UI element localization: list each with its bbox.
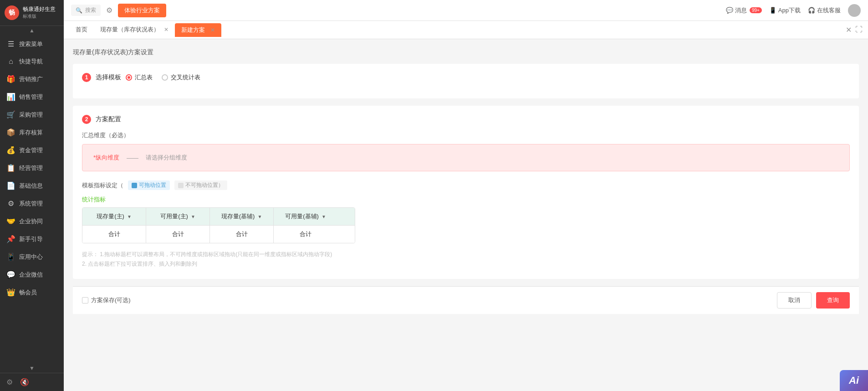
content-area: 现存量(库存状况表)方案设置 1 选择模板 汇总表 交叉统计表 (64, 39, 868, 391)
sidebar: 畅 畅康通好生意 标准版 ▲ ☰搜索菜单⌂快捷导航🎁营销推广📊销售管理🛒采购管理… (0, 0, 64, 391)
stats-table-header: 现存量(主)▼可用量(主)▼现存量(基辅)▼可用量(基辅)▼ (82, 208, 355, 225)
sidebar-label-corp-coop: 企业协同 (19, 217, 43, 226)
radio-summary-dot (126, 74, 132, 81)
radio-cross-dot (162, 74, 168, 81)
dimension-box[interactable]: *纵向维度 —— 请选择分组维度 (82, 144, 850, 171)
scroll-down-icon[interactable]: ▼ (0, 364, 64, 373)
save-checkbox-box[interactable] (82, 297, 88, 304)
sidebar-item-marketing[interactable]: 🎁营销推广 (0, 70, 64, 88)
query-button[interactable]: 查询 (816, 292, 850, 309)
stats-col-col1[interactable]: 现存量(主)▼ (82, 208, 146, 225)
tips-section: 提示： 1.拖动标题栏可以调整布局，不可跨维度或指标区域拖动(只能在同一维度或指… (82, 251, 850, 268)
sidebar-item-corp-coop[interactable]: 🤝企业协同 (0, 212, 64, 230)
service-icon: 🎧 (808, 7, 815, 14)
sidebar-label-system: 系统管理 (19, 200, 43, 208)
step2-header: 2 方案配置 (82, 115, 850, 124)
sidebar-label-app-center: 应用中心 (19, 253, 43, 261)
sidebar-icon-app-center: 📱 (6, 252, 15, 261)
close-window-icon[interactable]: ✕ (846, 26, 852, 34)
stats-table-row: 合计合计合计合计 (82, 225, 355, 243)
tab-inventory-status[interactable]: 现存量（库存状况表） ✕ (94, 22, 175, 38)
step2-card: 2 方案配置 汇总维度（必选） *纵向维度 —— 请选择分组维度 模板指标设定（… (73, 106, 859, 279)
ai-badge[interactable]: Ai (840, 370, 868, 391)
tab-new-plan[interactable]: 新建方案 ✕ (175, 23, 221, 37)
sidebar-item-inventory[interactable]: 📦库存核算 (0, 123, 64, 141)
non-draggable-badge: 不可拖动位置） (174, 180, 227, 190)
save-checkbox[interactable]: 方案保存(可选) (82, 296, 131, 304)
sidebar-item-operations[interactable]: 📋经营管理 (0, 159, 64, 177)
radio-cross[interactable]: 交叉统计表 (162, 73, 200, 82)
sidebar-icon-quick-nav: ⌂ (6, 57, 15, 66)
col-label-col4: 可用量(基辅) (285, 212, 319, 221)
expand-icon[interactable]: ⛶ (855, 26, 863, 34)
app-download-button[interactable]: 📱 App下载 (769, 6, 801, 15)
tab-new-plan-close-icon[interactable]: ✕ (210, 27, 215, 33)
cancel-button[interactable]: 取消 (777, 292, 812, 309)
stats-table: 现存量(主)▼可用量(主)▼现存量(基辅)▼可用量(基辅)▼ 合计合计合计合计 (82, 207, 355, 243)
sidebar-item-basic-info[interactable]: 📄基础信息 (0, 177, 64, 195)
sidebar-label-quick-nav: 快捷导航 (19, 57, 43, 66)
dimension-required-mark: *纵向维度 (93, 154, 119, 162)
col-chevron-col3[interactable]: ▼ (257, 214, 262, 219)
user-avatar[interactable] (848, 4, 861, 17)
sidebar-item-sales[interactable]: 📊销售管理 (0, 88, 64, 106)
settings-icon[interactable]: ⚙ (6, 378, 13, 386)
online-service-button[interactable]: 🎧 在线客服 (808, 6, 841, 15)
col-chevron-col2[interactable]: ▼ (191, 214, 195, 219)
sidebar-item-app-center[interactable]: 📱应用中心 (0, 248, 64, 266)
sidebar-icon-purchase: 🛒 (6, 110, 15, 119)
sidebar-item-vip[interactable]: 👑畅会员 (0, 283, 64, 301)
gear-icon[interactable]: ⚙ (106, 6, 112, 15)
sidebar-icon-corp-coop: 🤝 (6, 217, 15, 226)
indicator-config: 模板指标设定（ 可拖动位置 不可拖动位置） (82, 180, 850, 190)
sidebar-item-corp-wechat[interactable]: 💬企业微信 (0, 266, 64, 283)
stats-col-col2[interactable]: 可用量(主)▼ (146, 208, 210, 225)
search-text: 搜索 (85, 6, 96, 14)
app-name: 畅康通好生意 (23, 6, 56, 13)
tab-inventory-close-icon[interactable]: ✕ (164, 26, 168, 33)
message-badge: 99+ (750, 7, 762, 13)
tab-home[interactable]: 首页 (69, 22, 94, 38)
sidebar-label-finance: 资金管理 (19, 146, 43, 154)
stats-col-col4[interactable]: 可用量(基辅)▼ (274, 208, 337, 225)
topbar-search[interactable]: 🔍 搜索 (71, 5, 101, 16)
search-icon: 🔍 (76, 7, 82, 14)
sidebar-icon-search-menu: ☰ (6, 40, 15, 48)
sidebar-label-vip: 畅会员 (19, 288, 37, 297)
stats-section: 统计指标 现存量(主)▼可用量(主)▼现存量(基辅)▼可用量(基辅)▼ 合计合计… (82, 196, 850, 243)
sidebar-icon-newcomer: 📌 (6, 235, 15, 243)
step1-header: 1 选择模板 汇总表 交叉统计表 (82, 73, 850, 82)
tip2: 2. 点击标题栏下拉可设置排序、插入列和删除列 (82, 260, 850, 268)
main-area: 🔍 搜索 ⚙ 体验行业方案 💬 消息 99+ 📱 App下载 🎧 在线客服 首页 (64, 0, 868, 391)
step1-card: 1 选择模板 汇总表 交叉统计表 (73, 64, 859, 98)
sidebar-item-finance[interactable]: 💰资金管理 (0, 141, 64, 159)
stats-col-col3[interactable]: 现存量(基辅)▼ (210, 208, 274, 225)
sidebar-item-search-menu[interactable]: ☰搜索菜单 (0, 35, 64, 53)
stats-cell-col3: 合计 (210, 226, 274, 243)
scroll-up-icon[interactable]: ▲ (0, 26, 64, 35)
template-radio-group: 汇总表 交叉统计表 (126, 73, 200, 82)
topbar: 🔍 搜索 ⚙ 体验行业方案 💬 消息 99+ 📱 App下载 🎧 在线客服 (64, 0, 868, 21)
col-label-col3: 现存量(基辅) (221, 212, 255, 221)
sidebar-label-marketing: 营销推广 (19, 75, 43, 83)
sidebar-item-newcomer[interactable]: 📌新手引导 (0, 230, 64, 248)
sidebar-item-quick-nav[interactable]: ⌂快捷导航 (0, 53, 64, 70)
sidebar-item-purchase[interactable]: 🛒采购管理 (0, 106, 64, 123)
col-chevron-col4[interactable]: ▼ (322, 214, 326, 219)
sidebar-icon-inventory: 📦 (6, 128, 15, 137)
radio-summary[interactable]: 汇总表 (126, 73, 153, 82)
message-icon: 💬 (726, 7, 733, 14)
step1-badge: 1 (82, 73, 91, 82)
sidebar-label-operations: 经营管理 (19, 164, 43, 172)
sidebar-icon-operations: 📋 (6, 164, 15, 172)
sidebar-icon-system: ⚙ (6, 199, 15, 208)
sidebar-item-system[interactable]: ⚙系统管理 (0, 195, 64, 212)
col-chevron-col1[interactable]: ▼ (127, 214, 132, 219)
mute-icon[interactable]: 🔇 (20, 378, 29, 386)
download-icon: 📱 (769, 7, 776, 14)
page-title: 现存量(库存状况表)方案设置 (73, 48, 859, 57)
dimension-placeholder: 请选择分组维度 (146, 154, 187, 162)
trial-button[interactable]: 体验行业方案 (118, 4, 166, 17)
message-button[interactable]: 💬 消息 99+ (726, 6, 762, 15)
sidebar-icon-corp-wechat: 💬 (6, 270, 15, 279)
